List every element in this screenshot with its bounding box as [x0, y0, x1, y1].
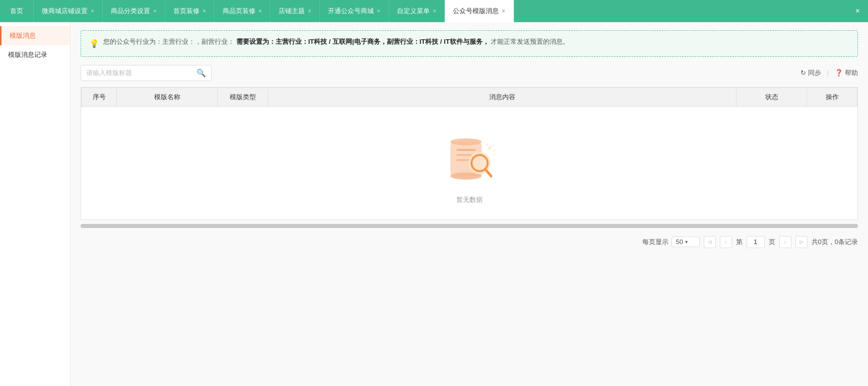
page-last-button[interactable]: ⊳	[795, 236, 808, 248]
nav-tab-home[interactable]: 首页	[0, 0, 34, 22]
nav-tab-open-mall[interactable]: 开通公众号商城 ×	[320, 0, 389, 22]
svg-point-2	[450, 138, 482, 145]
chevron-down-icon: ▾	[685, 239, 688, 245]
nav-tab-product-cat[interactable]: 商品分类设置 ×	[103, 0, 165, 22]
nav-tab-template-msg-close[interactable]: ×	[502, 8, 505, 15]
nav-tab-store-theme[interactable]: 店铺主题 ×	[271, 0, 320, 22]
svg-point-12	[486, 143, 488, 145]
svg-rect-5	[456, 154, 472, 156]
sidebar-item-template-msg[interactable]: 模版消息	[0, 26, 70, 45]
nav-tab-product-decor-close[interactable]: ×	[258, 8, 262, 15]
nav-tab-product-cat-label: 商品分类设置	[111, 7, 150, 16]
top-nav: 首页 微商城店铺设置 × 商品分类设置 × 首页装修 × 商品页装修 × 店铺主…	[0, 0, 868, 22]
nav-tab-home-label: 首页	[10, 7, 23, 16]
svg-line-13	[491, 145, 494, 147]
nav-tab-template-msg[interactable]: 公众号模版消息 ×	[445, 0, 514, 22]
sync-button[interactable]: ↻ 同步	[800, 68, 821, 78]
page-size-select: 每页显示 50 ▾	[642, 237, 700, 247]
notice-text: 您的公众号行业为：主营行业：，副营行业： 需要设置为：主营行业：IT科技 / 互…	[103, 37, 569, 47]
col-header-status: 状态	[737, 88, 807, 106]
notice-banner: 💡 您的公众号行业为：主营行业：，副营行业： 需要设置为：主营行业：IT科技 /…	[81, 30, 858, 57]
nav-tab-weshop-label: 微商城店铺设置	[42, 7, 88, 16]
nav-tab-store-theme-label: 店铺主题	[279, 7, 305, 16]
main-layout: 模版消息 模版消息记录 💡 您的公众号行业为：主营行业：，副营行业： 需要设置为…	[0, 22, 868, 386]
empty-text: 暂无数据	[456, 195, 483, 204]
col-header-content: 消息内容	[268, 88, 737, 106]
page-size-value: 50	[676, 238, 683, 246]
nav-tab-custom-menu-close[interactable]: ×	[433, 8, 436, 15]
toolbar-right: ↻ 同步 | ❓ 帮助	[800, 68, 858, 78]
search-button[interactable]: 🔍	[196, 68, 206, 78]
help-button[interactable]: ❓ 帮助	[835, 68, 858, 78]
search-icon: 🔍	[196, 68, 206, 77]
horizontal-scrollbar[interactable]	[81, 224, 858, 228]
sync-icon: ↻	[800, 69, 806, 76]
nav-tab-store-theme-close[interactable]: ×	[308, 8, 311, 15]
page-label-suffix: 页	[769, 238, 775, 247]
nav-tab-weshop[interactable]: 微商城店铺设置 ×	[34, 0, 103, 22]
col-header-action: 操作	[807, 88, 857, 106]
nav-tab-custom-menu[interactable]: 自定义菜单 ×	[389, 0, 445, 22]
nav-tab-product-decor-label: 商品页装修	[223, 7, 255, 16]
nav-tab-home-decor[interactable]: 首页装修 ×	[165, 0, 215, 22]
nav-tab-open-mall-label: 开通公众号商城	[328, 7, 374, 16]
data-table-container: 序号 模版名称 模版类型 消息内容 状态 操作	[81, 87, 858, 220]
sidebar-item-template-msg-log[interactable]: 模版消息记录	[0, 45, 70, 64]
svg-line-14	[493, 150, 496, 151]
search-input-wrap[interactable]: 🔍	[81, 65, 212, 81]
nav-tab-product-cat-close[interactable]: ×	[153, 8, 157, 15]
col-header-seq: 序号	[82, 88, 117, 106]
nav-tab-home-decor-close[interactable]: ×	[203, 8, 206, 15]
svg-rect-4	[456, 149, 476, 151]
notice-icon: 💡	[89, 37, 99, 50]
nav-tab-template-msg-label: 公众号模版消息	[453, 7, 499, 16]
scrollbar-thumb	[81, 224, 858, 228]
page-size-dropdown[interactable]: 50 ▾	[672, 237, 700, 247]
svg-point-10	[488, 146, 491, 149]
empty-state: 暂无数据	[82, 107, 857, 219]
page-number-input[interactable]	[747, 236, 765, 248]
page-size-label: 每页显示	[642, 238, 669, 247]
data-table: 序号 模版名称 模版类型 消息内容 状态 操作	[81, 88, 857, 219]
empty-illustration	[439, 127, 500, 187]
help-icon: ❓	[835, 69, 843, 76]
page-next-button[interactable]: ›	[779, 236, 791, 248]
nav-tab-open-mall-close[interactable]: ×	[377, 8, 380, 15]
page-first-button[interactable]: ⊲	[704, 236, 716, 248]
pagination-bar: 每页显示 50 ▾ ⊲ ‹ 第 页 › ⊳ 共0页，0条记录	[81, 232, 858, 250]
svg-point-11	[493, 153, 495, 156]
page-label-prefix: 第	[736, 238, 743, 247]
nav-tab-weshop-close[interactable]: ×	[91, 8, 94, 15]
content-area: 💡 您的公众号行业为：主营行业：，副营行业： 需要设置为：主营行业：IT科技 /…	[71, 22, 868, 386]
col-header-type: 模版类型	[218, 88, 268, 106]
nav-tab-product-decor[interactable]: 商品页装修 ×	[215, 0, 271, 22]
toolbar-divider: |	[827, 69, 829, 76]
global-close-button[interactable]: ×	[847, 7, 868, 16]
sidebar: 模版消息 模版消息记录	[0, 22, 71, 386]
page-prev-button[interactable]: ‹	[720, 236, 732, 248]
nav-tab-custom-menu-label: 自定义菜单	[397, 7, 430, 16]
search-bar: 🔍 ↻ 同步 | ❓ 帮助	[81, 65, 858, 81]
search-input[interactable]	[86, 69, 194, 76]
nav-tab-home-decor-label: 首页装修	[173, 7, 199, 16]
svg-line-9	[485, 169, 491, 176]
col-header-name: 模版名称	[117, 88, 218, 106]
pagination-summary: 共0页，0条记录	[812, 238, 858, 247]
